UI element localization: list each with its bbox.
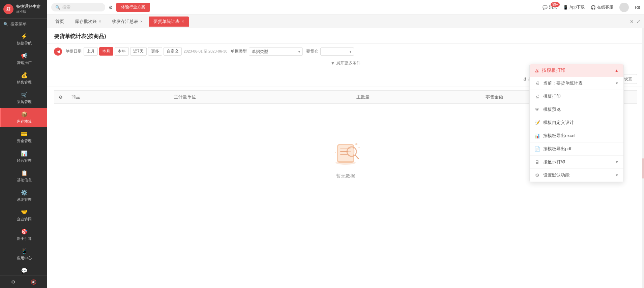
logo-text-block: 畅捷通好生意 标准版 [16,4,40,14]
settings-col-icon[interactable]: ⚙ [59,95,63,100]
current-template-label: 当前：要货单统计表 [543,80,583,86]
app-download-item[interactable]: 📱 App下载 [563,4,585,10]
date-btn-more[interactable]: 更多 [148,47,162,56]
page-title: 要货单统计表(按商品) [54,33,106,39]
user-avatar-item[interactable] [619,3,629,12]
dropdown-export-pdf[interactable]: 📄 按模板导出pdf [530,142,623,156]
topbar-gear-icon[interactable]: ⚙ [109,5,113,10]
sidebar-item-wechat[interactable]: 💬 企业微信 [0,264,47,276]
system-icon: ⚙️ [21,189,28,196]
topbar-search[interactable]: 🔍 搜索 [51,3,105,11]
sidebar-item-system[interactable]: ⚙️ 系统管理 [0,186,47,205]
topbar: 🔍 搜索 ⚙ 体验行业方案 💬 消息 99+ 📱 App下载 🎧 在线客服 Ri… [47,0,644,15]
template-design-icon: 📝 [534,120,540,125]
sidebar-item-purchase[interactable]: 🛒 采购管理 [0,88,47,108]
window-expand-btn[interactable]: ⤢ [637,19,641,24]
date-btn-custom[interactable]: 自定义 [164,47,182,56]
tab-receipt-label: 收发存汇总表 [112,19,138,25]
wechat-icon: 💬 [21,267,28,274]
tab-batch-account[interactable]: 库存批次账 × [70,17,106,27]
scrollbar[interactable] [642,28,644,288]
dropdown-template-design[interactable]: 📝 模板自定义设计 [530,116,623,129]
sidebar-item-collab[interactable]: 🤝 企业协同 [0,205,47,225]
tab-batch-label: 库存批次账 [75,19,97,25]
type-filter-group: 单据类型 单据类型 ▼ [231,47,303,56]
print-header-icon: 🖨 [534,68,539,73]
date-btn-current-year[interactable]: 本年 [115,47,129,56]
type-select[interactable]: 单据类型 [249,47,303,56]
sidebar-bottom: ⚙ 🔇 [0,276,47,288]
window-close-btn[interactable]: ✕ [630,19,634,24]
operations-icon: 📊 [21,150,28,157]
user-name: Rit [635,5,640,10]
expand-more-btn[interactable]: ▼ 展开更多条件 [331,60,360,66]
empty-icon [329,134,362,168]
sidebar-search-item[interactable]: 🔍 搜索菜单 [0,19,47,30]
scrollbar-thumb[interactable] [642,158,644,179]
template-print-label: 模板打印 [543,93,561,99]
date-btn-7days[interactable]: 近7天 [130,47,147,56]
purchase-icon: 🛒 [21,92,28,98]
template-preview-icon: 👁 [534,107,540,112]
main-area: 🔍 搜索 ⚙ 体验行业方案 💬 消息 99+ 📱 App下载 🎧 在线客服 Ri… [47,0,644,288]
empty-text: 暂无数据 [336,173,355,179]
tab-receipt-close[interactable]: × [140,19,143,24]
sidebar-item-inventory[interactable]: 📦 库存核算 [0,108,47,127]
sidebar-item-label: 快捷导航 [17,41,32,46]
sidebar-item-basic[interactable]: 📋 基础信息 [0,166,47,186]
sidebar-item-finance[interactable]: 💳 资金管理 [0,127,47,147]
expand-more-label: 展开更多条件 [336,60,360,66]
sidebar-item-label: 应用中心 [17,256,32,261]
svg-point-11 [335,152,336,153]
search-icon: 🔍 [3,22,8,27]
tab-order-stats[interactable]: 要货单统计表 × [149,17,189,27]
sidebar-search-label: 搜索菜单 [10,21,27,27]
settings-bottom-icon[interactable]: ⚙ [11,279,16,285]
mute-bottom-icon[interactable]: 🔇 [31,279,36,285]
message-item[interactable]: 💬 消息 99+ [543,4,557,10]
dropdown-export-excel[interactable]: 📊 按模板导出excel [530,129,623,142]
date-btn-prev-month[interactable]: 上月 [84,47,98,56]
dropdown-header-right: ▲ [614,68,619,73]
svg-point-10 [358,147,360,148]
sidebar-item-apps[interactable]: 📱 应用中心 [0,245,47,264]
current-template-icon: 🖨 [534,81,540,86]
tab-order-close[interactable]: × [182,19,184,24]
finance-icon: 💳 [21,131,28,137]
dropdown-template-preview[interactable]: 👁 模板预览 [530,103,623,116]
app-download-label: App下载 [569,4,585,10]
sidebar-logo: 好 畅捷通好生意 标准版 [0,0,47,19]
trial-button[interactable]: 体验行业方案 [116,3,150,12]
dropdown-display-print[interactable]: 🖥 按显示打印 ▼ [530,156,623,169]
topbar-search-placeholder: 搜索 [62,4,70,10]
inventory-icon: 📦 [21,111,28,118]
dropdown-default-func[interactable]: ⚙ 设置默认功能 ▼ [530,169,623,182]
tabs-bar: 首页 库存批次账 × 收发存汇总表 × 要货单统计表 × ✕ ⤢ [47,15,644,28]
sidebar-item-label: 基础信息 [17,178,32,183]
table-col-unit: 主计量单位 [170,91,352,104]
dropdown-current-template[interactable]: 🖨 当前：要货单统计表 ▼ [530,77,623,90]
table-col-quantity: 主数量 [352,91,481,104]
online-service-item[interactable]: 🎧 在线客服 [591,4,613,10]
dropdown-template-print[interactable]: 🖨 模板打印 [530,90,623,103]
category-filter-group: 要货仓 ▼ [306,47,354,56]
message-icon: 💬 [543,5,548,10]
sidebar-item-quick-nav[interactable]: ⚡ 快捷导航 [0,30,47,49]
date-btn-current-month[interactable]: 本月 [99,47,113,56]
svg-line-8 [355,155,358,159]
sidebar-item-label: 销售管理 [17,80,32,85]
display-print-arrow: ▼ [615,160,619,164]
dropdown-collapse-icon[interactable]: ▲ [614,68,619,73]
sidebar-item-sales[interactable]: 💰 销售管理 [0,69,47,88]
category-select[interactable] [320,47,354,56]
sidebar-item-guide[interactable]: 🎯 新手引导 [0,225,47,245]
tab-receipt-summary[interactable]: 收发存汇总表 × [107,17,147,27]
table-col-product: 商品 [67,91,170,104]
tab-home[interactable]: 首页 [51,17,69,27]
sales-icon: 💰 [21,72,28,78]
tab-batch-close[interactable]: × [99,19,101,24]
sidebar-item-marketing[interactable]: 📢 营销推广 [0,49,47,69]
collapse-btn[interactable]: ◀ [54,47,62,56]
sidebar-item-operations[interactable]: 📊 经营管理 [0,147,47,166]
current-template-arrow: ▼ [615,81,619,85]
